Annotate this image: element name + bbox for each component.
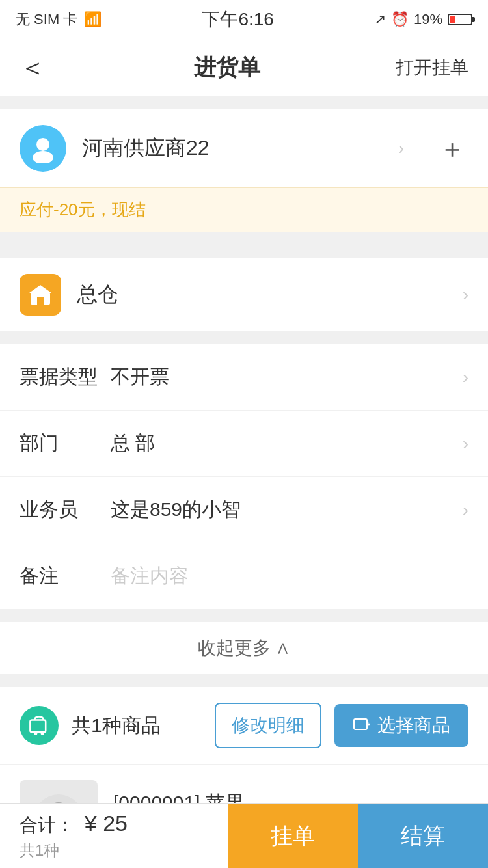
time-label: 下午6:16 [202,7,274,32]
status-bar: 无 SIM 卡 📶 下午6:16 ↗ ⏰ 19% [0,0,488,39]
warehouse-name: 总仓 [77,280,463,309]
remark-input[interactable]: 备注内容 [111,563,468,590]
status-left: 无 SIM 卡 📶 [16,10,102,29]
battery-percent: 19% [414,11,442,28]
staff-label: 业务员 [20,496,111,523]
select-product-icon [353,716,371,735]
cart-icon [28,714,50,737]
supplier-section: 河南供应商22 › ＋ [0,109,488,187]
staff-arrow-icon: › [463,500,468,521]
warehouse-svg [28,282,53,307]
checkout-button[interactable]: 结算 [358,804,488,869]
supplier-avatar-icon [29,134,57,163]
department-label: 部门 [20,430,111,457]
notice-bar: 应付-20元，现结 [0,187,488,232]
battery-icon [448,14,472,25]
svg-point-1 [33,151,53,163]
bottom-bar: 合计： ¥ 25 共1种 挂单 结算 [0,803,488,868]
svg-rect-5 [30,720,46,733]
remark-row[interactable]: 备注 备注内容 [0,543,488,609]
total-row: 合计： ¥ 25 [20,811,208,837]
select-product-label: 选择商品 [377,713,450,738]
department-value: 总 部 [111,430,463,457]
select-product-button[interactable]: 选择商品 [334,704,468,747]
svg-point-6 [34,731,37,735]
total-sub: 共1种 [20,840,208,861]
products-count: 共1种商品 [72,712,215,739]
form-section: 票据类型 不开票 › 部门 总 部 › 业务员 这是859的小智 › 备注 备注… [0,344,488,609]
battery-fill [450,16,455,23]
collapse-label: 收起更多 ∧ [198,636,291,660]
warehouse-section[interactable]: 总仓 › [0,258,488,331]
invoice-value: 不开票 [111,364,463,390]
supplier-divider [420,132,420,165]
page-title: 进货单 [194,53,260,83]
add-supplier-button[interactable]: ＋ [436,131,468,167]
svg-marker-3 [29,285,51,293]
back-button[interactable]: ＜ [20,49,59,85]
svg-point-0 [36,138,49,151]
products-header: 共1种商品 修改明细 选择商品 [0,687,488,765]
warehouse-icon [20,274,61,316]
remark-label: 备注 [20,563,111,590]
invoice-arrow-icon: › [463,367,468,388]
alarm-icon: ⏰ [391,11,409,28]
products-icon [20,706,59,745]
svg-rect-4 [37,297,44,305]
staff-row[interactable]: 业务员 这是859的小智 › [0,477,488,543]
svg-rect-8 [354,719,367,729]
invoice-label: 票据类型 [20,364,111,390]
svg-point-7 [41,731,44,735]
supplier-name[interactable]: 河南供应商22 [82,134,398,163]
total-section: 合计： ¥ 25 共1种 [0,811,228,861]
section-divider-1 [0,96,488,109]
edit-detail-button[interactable]: 修改明细 [215,703,321,748]
collapse-bar[interactable]: 收起更多 ∧ [0,622,488,674]
staff-value: 这是859的小智 [111,496,463,523]
invoice-row[interactable]: 票据类型 不开票 › [0,344,488,411]
location-icon: ↗ [374,11,386,28]
total-label: 合计： [20,815,74,835]
carrier-label: 无 SIM 卡 [16,10,77,29]
supplier-avatar [20,125,66,172]
supplier-arrow-icon: › [398,138,404,159]
section-divider-2 [0,232,488,245]
suspend-button[interactable]: 挂单 [228,804,358,869]
open-pending-button[interactable]: 打开挂单 [396,55,468,80]
status-right: ↗ ⏰ 19% [374,11,472,28]
warehouse-arrow-icon: › [463,284,468,305]
total-amount: ¥ 25 [85,811,128,835]
notice-text: 应付-20元，现结 [20,200,146,219]
wifi-icon: 📶 [84,11,102,28]
nav-bar: ＜ 进货单 打开挂单 [0,39,488,96]
department-arrow-icon: › [463,433,468,454]
department-row[interactable]: 部门 总 部 › [0,411,488,477]
